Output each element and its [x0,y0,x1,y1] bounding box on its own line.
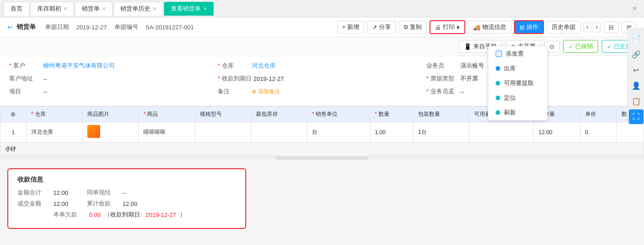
sales-label: 业务员孟 [426,87,458,96]
operation-button[interactable]: ⊞ 操作 [514,20,544,34]
payment-row-1: 金额合计 12.00 同单现结 -- [17,188,236,197]
copy-button-label: 复制 [410,23,422,31]
customer-value[interactable]: 柳州粤港平安气体有限公司 [43,62,115,70]
row-index: 1 [0,122,27,142]
row-pack-qty: 1台 [413,122,469,142]
print-dropdown-icon: ▾ [457,24,460,31]
window-close-button[interactable]: × [629,5,640,12]
same-order-label: 同单现结 [87,188,119,197]
checkmark-icon: ✓ [568,43,573,50]
refresh-icon [496,110,500,115]
dropdown-available-label: 可用量提取 [504,79,534,87]
tab-inventory[interactable]: 库存期初 × [30,2,74,16]
project-label: 项目 [9,87,41,96]
warehouse-value[interactable]: 河北仓库 [252,62,276,70]
same-order-item: 同单现结 -- [87,188,127,197]
effective-icon: ✓ [607,43,612,50]
dropdown-item-outbound[interactable]: 出库 [488,61,547,76]
due-note: （收款到期日: [104,211,142,219]
same-order-value: -- [123,189,127,196]
subtotal-label: 小计 [0,142,644,156]
sidebar-doc-icon[interactable]: 📄 [629,31,644,46]
deal-value: 12.00 [53,200,68,207]
tab-view-sales-label: 查看销货单 [171,5,201,13]
cumulative-value: 12.00 [123,200,138,207]
grid-view-button[interactable]: ⊟ [604,22,619,33]
tab-history-label: 销货单历史 [120,5,150,13]
tab-history[interactable]: 销货单历史 × [113,2,163,16]
dropdown-item-locate[interactable]: 定位 [488,91,547,105]
tab-view-sales-close[interactable]: × [203,6,207,12]
row-stock: 12.00 [534,122,580,142]
sold-out-button[interactable]: ✓ 已核销 [563,40,598,53]
staff-label: 业务员 [426,62,458,70]
dropdown-item-refresh[interactable]: 刷新 [488,105,547,120]
payment-info-box: 收款信息 金额合计 12.00 同单现结 -- 成交金额 12.00 累计收款 [7,168,246,229]
doc-type-label: 销货单 [17,23,36,31]
logistics-button[interactable]: 🚚 物流信息 [468,21,511,34]
payment-row-3: 本单欠款 0.00 （收款到期日: 2019-12-27 ） [17,211,236,219]
history-button[interactable]: 历史单据 [547,21,581,34]
outbound-icon [496,66,500,71]
col-settings[interactable]: ⚙ [0,107,27,122]
due-date-label: 收款到期日 [218,74,252,83]
copy-icon: ⧉ [404,23,408,31]
due-end: ） [180,211,186,219]
dropdown-item-available[interactable]: 可用量提取 [488,76,547,91]
operation-button-label: 操作 [526,23,538,31]
new-button[interactable]: + 新增 [337,21,364,34]
col-qty: 数量 [370,107,413,122]
print-button-label: 打印 [443,23,455,31]
row-unit: 台 [307,122,370,142]
payment-row-2: 成交金额 12.00 累计收款 12.00 [17,199,236,208]
tab-sales-close[interactable]: × [102,6,106,12]
owed-value: 0.00 [89,211,101,218]
tab-inventory-close[interactable]: × [64,6,67,12]
payment-title: 收款信息 [17,176,236,184]
deal-item: 成交金额 12.00 [17,199,68,208]
prev-arrow[interactable]: ‹ [583,22,592,32]
tab-history-close[interactable]: × [153,6,156,12]
sidebar-link-icon[interactable]: 🔗 [629,47,644,62]
add-remark-button[interactable]: ⊕ 添加备注 [250,88,282,96]
copy-button[interactable]: ⧉ 复制 [399,21,427,34]
product-thumbnail [87,125,100,138]
staff-value: 演示账号 [460,62,484,70]
amount-value: 12.00 [53,189,68,196]
sales-value: -- [460,88,464,95]
tab-sales[interactable]: 销货单 × [75,2,113,16]
next-arrow[interactable]: › [593,22,601,32]
tab-bar: 首页 库存期初 × 销货单 × 销货单历史 × 查看销货单 × × [0,0,644,17]
sidebar-user-icon[interactable]: 👤 [629,78,644,93]
row-min-stock [251,122,307,142]
address-value: -- [43,75,47,82]
sold-out-label: 已核销 [575,42,593,51]
dropdown-item-invoice[interactable]: 添发票 [488,46,547,61]
due-date: 2019-12-27 [146,211,176,218]
locate-icon [496,96,500,100]
tab-home[interactable]: 首页 [4,2,29,16]
save-action-icon: ⊙ [549,43,554,50]
tab-bar-right: × [629,5,640,13]
cumulative-label: 累计收款 [87,199,119,208]
new-button-label: + 新增 [342,23,359,31]
bill-type-label: 票据类型 [426,74,458,83]
warehouse-label: 仓库 [218,62,250,70]
customer-label: 客户 [9,62,41,70]
doc-type-icon: ↩ [7,23,13,31]
deal-label: 成交金额 [17,199,50,208]
sidebar-clipboard-icon[interactable]: 📋 [629,94,644,108]
owed-label: 本单欠款 [53,211,85,219]
due-date-field: 收款到期日 2019-12-27 [218,74,426,83]
table-scrollbar[interactable] [0,156,644,160]
row-spec [195,122,251,142]
sidebar-return-icon[interactable]: ↩ [629,63,644,77]
sidebar-expand-icon[interactable]: ⛶ [629,109,644,124]
share-button[interactable]: ↗ 分享 [367,21,396,34]
owed-item: 本单欠款 0.00 （收款到期日: 2019-12-27 ） [17,211,186,219]
tab-view-sales[interactable]: 查看销货单 × [164,2,214,16]
dropdown-invoice-label: 添发票 [506,50,524,58]
nav-arrows: ‹ › [583,22,601,32]
warehouse-field: 仓库 河北仓库 [218,62,426,70]
print-button[interactable]: 🖨 打印 ▾ [429,20,465,34]
